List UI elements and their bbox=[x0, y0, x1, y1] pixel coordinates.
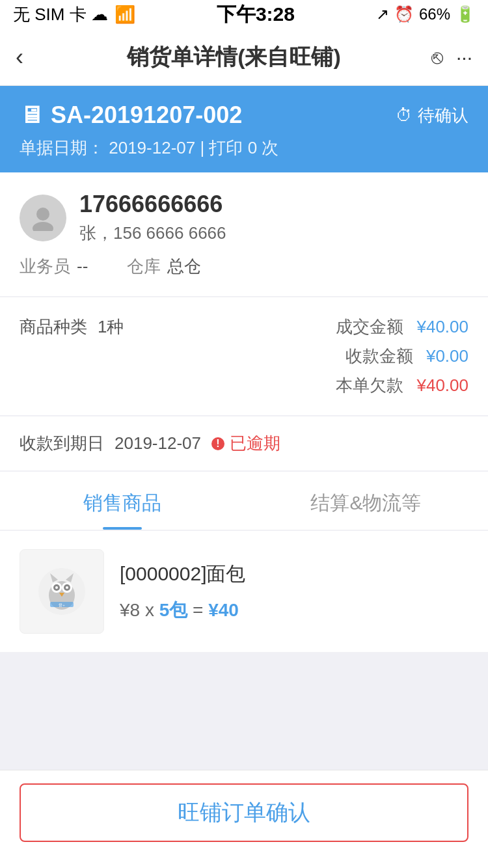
quantity-highlight: 5包 bbox=[159, 600, 188, 620]
total-price: ¥40 bbox=[208, 600, 239, 620]
overdue-badge: ! 已逾期 bbox=[211, 432, 280, 455]
order-header: 🖥 SA-20191207-002 ⏱ 待确认 单据日期： 2019-12-07… bbox=[0, 86, 488, 172]
status-left: 无 SIM 卡 ☁ 📶 bbox=[13, 3, 135, 26]
price-unit: ¥8 x bbox=[120, 600, 159, 620]
customer-avatar bbox=[20, 195, 66, 241]
order-date-value: 2019-12-07 bbox=[109, 138, 195, 157]
customer-name: 张，156 6666 6666 bbox=[79, 222, 226, 245]
confirm-button[interactable]: 旺铺订单确认 bbox=[20, 783, 468, 842]
order-date-row: 单据日期： 2019-12-07 | 打印 0 次 bbox=[20, 137, 468, 159]
status-bar: 无 SIM 卡 ☁ 📶 下午3:28 ↗ ⏰ 66% 🔋 bbox=[0, 0, 488, 29]
sales-label: 业务员 bbox=[20, 255, 70, 278]
customer-card: 17666666666 张，156 6666 6666 业务员 -- 仓库 总仓 bbox=[0, 172, 488, 296]
svg-point-10 bbox=[55, 586, 58, 589]
battery-icon: 🔋 bbox=[455, 5, 475, 23]
order-id-text: SA-20191207-002 bbox=[51, 102, 242, 129]
date-separator: | bbox=[200, 138, 209, 157]
bottom-bar: 旺铺订单确认 bbox=[0, 770, 488, 868]
warehouse-value: 总仓 bbox=[167, 255, 201, 278]
overdue-text: 已逾期 bbox=[230, 432, 280, 455]
svg-text:督+: 督+ bbox=[59, 603, 65, 607]
product-info: [0000002]面包 ¥8 x 5包 = ¥40 bbox=[120, 561, 468, 623]
svg-point-1 bbox=[33, 222, 53, 231]
sales-value: -- bbox=[77, 256, 88, 277]
type-label: 商品种类 bbox=[20, 316, 87, 338]
tab-settlement[interactable]: 结算&物流等 bbox=[244, 472, 488, 530]
nav-actions: ⎋ ··· bbox=[431, 46, 472, 68]
deal-label: 成交金额 bbox=[336, 316, 403, 338]
deal-value: ¥40.00 bbox=[416, 317, 468, 337]
svg-point-0 bbox=[36, 208, 49, 221]
received-amount-row: 收款金额 ¥0.00 bbox=[346, 345, 468, 368]
product-thumbnail: 督+ bbox=[20, 549, 104, 634]
warehouse-label: 仓库 bbox=[127, 255, 161, 278]
svg-point-11 bbox=[66, 586, 68, 589]
tab-sales[interactable]: 销售商品 bbox=[0, 472, 244, 530]
status-right: ↗ ⏰ 66% 🔋 bbox=[376, 5, 475, 23]
alarm-icon: ⏰ bbox=[394, 5, 414, 23]
tab-settlement-label: 结算&物流等 bbox=[310, 492, 421, 513]
location-icon: ↗ bbox=[376, 5, 389, 23]
tab-sales-label: 销售商品 bbox=[83, 492, 161, 513]
tab-bar: 销售商品 结算&物流等 bbox=[0, 472, 488, 530]
product-price: ¥8 x 5包 = ¥40 bbox=[120, 598, 468, 623]
amounts: 成交金额 ¥40.00 收款金额 ¥0.00 本单欠款 ¥40.00 bbox=[336, 316, 468, 397]
print-info: 打印 0 次 bbox=[209, 138, 278, 157]
date-label: 单据日期： bbox=[20, 138, 104, 157]
back-button[interactable]: ‹ bbox=[16, 44, 36, 71]
order-icon: 🖥 bbox=[20, 102, 43, 129]
status-text: 待确认 bbox=[418, 104, 468, 127]
due-label: 收款到期日 bbox=[20, 432, 104, 455]
status-clock-icon: ⏱ bbox=[396, 105, 413, 126]
due-date-value: 2019-12-07 bbox=[115, 433, 201, 454]
overdue-icon: ! bbox=[211, 437, 224, 450]
due-date-card: 收款到期日 2019-12-07 ! 已逾期 bbox=[0, 416, 488, 470]
received-label: 收款金额 bbox=[346, 345, 413, 368]
product-name: [0000002]面包 bbox=[120, 561, 468, 588]
type-value: 1种 bbox=[98, 316, 124, 338]
nav-bar: ‹ 销货单详情(来自旺铺) ⎋ ··· bbox=[0, 29, 488, 86]
owed-amount-row: 本单欠款 ¥40.00 bbox=[336, 374, 468, 397]
order-status: ⏱ 待确认 bbox=[396, 104, 468, 127]
wifi-icon: 📶 bbox=[115, 5, 135, 25]
no-sim-text: 无 SIM 卡 ☁ bbox=[13, 3, 108, 26]
equals-sign: = bbox=[187, 600, 208, 620]
page-title: 销货单详情(来自旺铺) bbox=[36, 42, 431, 72]
sales-meta: 业务员 -- bbox=[20, 255, 88, 278]
customer-phone: 17666666666 bbox=[79, 191, 226, 218]
product-card: 督+ [0000002]面包 ¥8 x 5包 = ¥40 bbox=[0, 531, 488, 652]
customer-info: 17666666666 张，156 6666 6666 bbox=[79, 191, 226, 245]
product-type: 商品种类 1种 bbox=[20, 316, 336, 338]
battery-level: 66% bbox=[419, 5, 450, 23]
order-id-container: 🖥 SA-20191207-002 bbox=[20, 102, 242, 129]
more-icon[interactable]: ··· bbox=[456, 46, 472, 68]
deal-amount-row: 成交金额 ¥40.00 bbox=[336, 316, 468, 338]
customer-meta: 业务员 -- 仓库 总仓 bbox=[20, 255, 468, 278]
owed-value: ¥40.00 bbox=[416, 375, 468, 396]
owed-label: 本单欠款 bbox=[336, 374, 403, 397]
received-value: ¥0.00 bbox=[426, 346, 468, 366]
summary-card: 商品种类 1种 成交金额 ¥40.00 收款金额 ¥0.00 本单欠款 ¥40.… bbox=[0, 297, 488, 415]
share-icon[interactable]: ⎋ bbox=[431, 46, 443, 68]
warehouse-meta: 仓库 总仓 bbox=[127, 255, 201, 278]
status-time: 下午3:28 bbox=[217, 1, 295, 28]
